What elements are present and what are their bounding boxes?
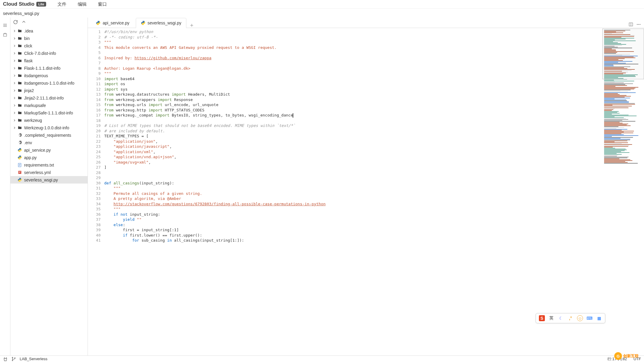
title-bar: Cloud Studio Lite 文件 编辑 窗口 [0, 0, 644, 9]
chevron-right-icon [13, 126, 16, 129]
tab-label: api_service.py [103, 21, 130, 25]
tree-item[interactable]: jinja2 [10, 87, 88, 94]
emoji-icon[interactable]: ☺ [577, 315, 583, 321]
chevron-right-icon [13, 44, 16, 47]
tab[interactable]: severless_wsgi.py [136, 18, 187, 28]
tree-item[interactable]: serverless.yml [10, 169, 88, 176]
status-bar: LAB_Serverless 行:17 列:82 UTF G 创新互联 [0, 355, 644, 362]
menu-window[interactable]: 窗口 [98, 1, 107, 7]
python-icon [141, 21, 146, 25]
menu-edit[interactable]: 编辑 [78, 1, 87, 7]
project-name[interactable]: LAB_Serverless [20, 357, 47, 361]
file-tree[interactable]: .ideabinclickClick-7.0.dist-infoflaskFla… [10, 27, 88, 355]
tree-item-label: app.py [24, 155, 37, 160]
package-icon[interactable] [2, 32, 8, 38]
tab-label: severless_wsgi.py [148, 21, 182, 25]
py-icon [17, 177, 22, 183]
explorer-icon[interactable] [2, 22, 8, 29]
chevron-right-icon [13, 37, 16, 40]
ime-lang[interactable]: 英 [548, 315, 554, 321]
split-editor-icon[interactable] [629, 22, 633, 28]
grid-icon[interactable]: ▦ [596, 315, 602, 321]
tree-item[interactable]: itsdangerous-1.1.0.dist-info [10, 79, 88, 87]
tree-item-label: Click-7.0.dist-info [24, 51, 56, 56]
python-icon [96, 21, 101, 25]
tree-item-label: werkzeug [24, 118, 42, 123]
tree-item[interactable]: Jinja2-2.11.1.dist-info [10, 94, 88, 102]
tree-item[interactable]: api_service.py [10, 146, 88, 154]
tree-item-label: MarkupSafe-1.1.1.dist-info [24, 111, 73, 115]
activity-bar [0, 18, 10, 355]
tree-item[interactable]: .completed_requirements [10, 131, 88, 139]
tree-item[interactable]: itsdangerous [10, 72, 88, 79]
folder-icon [17, 73, 22, 78]
breadcrumb: severless_wsgi.py [0, 9, 644, 18]
tree-item[interactable]: bin [10, 35, 88, 42]
folder-icon [17, 80, 22, 86]
tree-item-label: .idea [24, 29, 33, 33]
tree-item-label: Jinja2-2.11.1.dist-info [24, 96, 64, 100]
tree-item-label: serverless.yml [24, 170, 51, 175]
branch-icon[interactable] [11, 357, 16, 361]
socket-icon[interactable] [3, 357, 8, 361]
tree-item[interactable]: Click-7.0.dist-info [10, 49, 88, 57]
folder-icon [17, 43, 22, 49]
tree-item[interactable]: Flask-1.1.1.dist-info [10, 64, 88, 72]
moon-icon[interactable]: ☾ [558, 315, 564, 321]
tree-item[interactable]: markupsafe [10, 102, 88, 109]
sogou-icon[interactable]: S [539, 315, 545, 321]
new-tab-icon[interactable] [188, 23, 196, 28]
chevron-right-icon [13, 67, 16, 70]
tree-item-label: .completed_requirements [24, 133, 71, 138]
chevron-right-icon [13, 82, 16, 85]
tab-bar: api_service.pyseverless_wsgi.py [88, 18, 644, 28]
collapse-icon[interactable] [21, 19, 26, 25]
chevron-right-icon [13, 52, 16, 55]
tree-item[interactable]: requirements.txt [10, 161, 88, 169]
more-actions-icon[interactable] [636, 22, 641, 28]
tree-item-label: itsdangerous-1.1.0.dist-info [24, 81, 74, 86]
code-content[interactable]: #!/usr/bin/env python# -*- coding: utf-8… [104, 28, 602, 355]
tree-item-label: flask [24, 58, 33, 63]
tree-item-label: jinja2 [24, 88, 34, 93]
app-logo: Cloud Studio [3, 1, 35, 7]
tree-item[interactable]: click [10, 42, 88, 49]
tree-item[interactable]: .idea [10, 27, 88, 35]
chevron-right-icon [13, 74, 16, 77]
tree-item-label: requirements.txt [24, 163, 54, 167]
chevron-right-icon [13, 89, 16, 92]
minimap[interactable] [602, 28, 644, 355]
code-editor[interactable]: 1234567891011121314151617181920212223242… [88, 28, 644, 355]
tree-item[interactable]: app.py [10, 154, 88, 161]
chevron-right-icon [13, 59, 16, 62]
folder-icon [17, 36, 22, 41]
chevron-right-icon [13, 97, 16, 100]
tree-item[interactable]: MarkupSafe-1.1.1.dist-info [10, 109, 88, 116]
tree-item-label: markupsafe [24, 103, 46, 108]
keyboard-icon[interactable]: ⌨ [587, 315, 592, 321]
comma-icon[interactable]: ,° [567, 315, 573, 321]
ime-toolbar[interactable]: S 英 ☾ ,° ☺ ⌨ ▦ [536, 313, 605, 323]
tree-item[interactable]: Werkzeug-1.0.0.dist-info [10, 124, 88, 131]
tree-item-label: click [24, 43, 32, 48]
tree-item[interactable]: severless_wsgi.py [10, 176, 88, 184]
folder-icon [17, 103, 22, 108]
sidebar-toolbar [10, 18, 88, 27]
menu-file[interactable]: 文件 [57, 1, 66, 7]
tree-item-label: Werkzeug-1.0.0.dist-info [24, 125, 69, 130]
yml-icon [17, 170, 22, 175]
refresh-icon[interactable] [13, 19, 18, 25]
sidebar: .ideabinclickClick-7.0.dist-infoflaskFla… [10, 18, 88, 355]
tree-item-label: bin [24, 36, 30, 41]
tab[interactable]: api_service.py [91, 18, 135, 28]
tree-item[interactable]: flask [10, 57, 88, 64]
tree-item-label: .env [24, 140, 32, 145]
tree-item[interactable]: werkzeug [10, 116, 88, 124]
gear-icon [17, 140, 22, 145]
tree-item[interactable]: .env [10, 139, 88, 146]
folder-icon [17, 118, 22, 123]
chevron-right-icon [13, 119, 16, 122]
folder-icon [17, 51, 22, 56]
folder-icon [17, 95, 22, 101]
lite-badge: Lite [36, 2, 46, 7]
